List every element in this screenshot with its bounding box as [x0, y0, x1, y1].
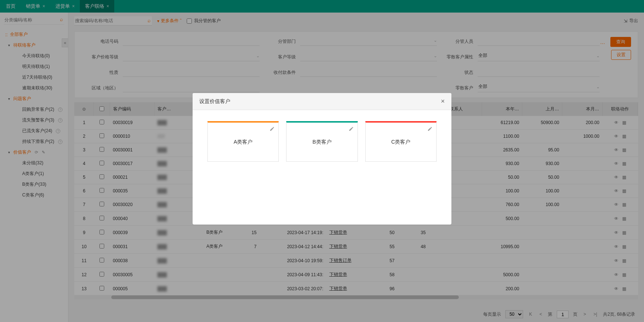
value-card-a[interactable]: A类客户 [207, 121, 279, 162]
modal-title: 设置价值客户 [199, 98, 230, 105]
edit-icon[interactable] [349, 126, 354, 131]
value-card-c-label: C类客户 [391, 139, 410, 145]
edit-icon[interactable] [427, 126, 433, 131]
value-card-a-label: A类客户 [234, 139, 252, 145]
edit-icon[interactable] [270, 126, 275, 131]
value-card-b-label: B类客户 [312, 139, 331, 145]
value-customer-modal: 设置价值客户 × A类客户 B类客户 C类客户 [193, 93, 451, 225]
value-card-b[interactable]: B类客户 [286, 121, 357, 162]
modal-overlay[interactable]: 设置价值客户 × A类客户 B类客户 C类客户 [0, 0, 644, 322]
modal-close-button[interactable]: × [441, 97, 445, 105]
value-card-c[interactable]: C类客户 [365, 121, 437, 162]
